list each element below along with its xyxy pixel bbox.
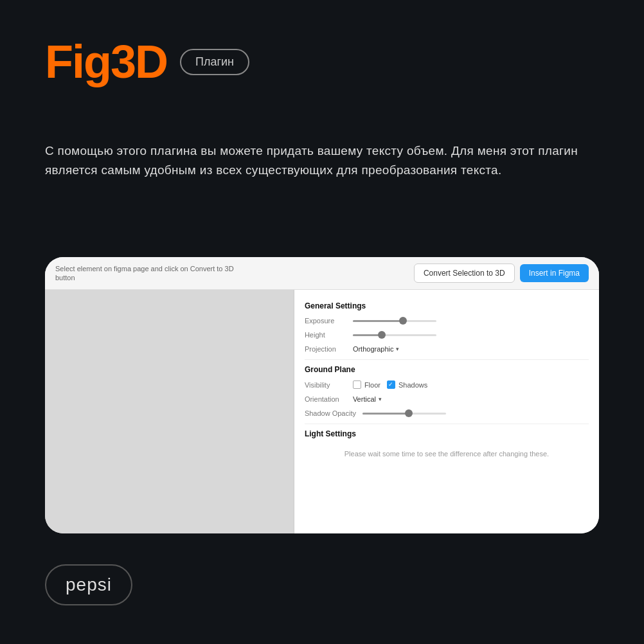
insert-figma-button[interactable]: Insert in Figma [520,264,589,282]
floor-checkbox[interactable] [353,380,361,389]
exposure-slider[interactable] [353,320,436,322]
topbar-buttons: Convert Selection to 3D Insert in Figma [414,264,589,283]
convert-selection-button[interactable]: Convert Selection to 3D [414,264,515,283]
floor-label: Floor [364,381,380,389]
pepsi-label: pepsi [66,575,112,595]
shadow-opacity-slider[interactable] [362,413,446,415]
ground-plane-title: Ground Plane [305,365,589,374]
shadows-checkbox-item[interactable]: Shadows [387,380,427,389]
topbar-instruction: Select element on figma page and click o… [55,264,248,283]
light-settings-title: Light Settings [305,429,589,438]
description-text: С помощью этого плагина вы можете придат… [45,141,599,181]
projection-label: Projection [305,345,346,353]
pepsi-badge: pepsi [45,564,132,605]
shadows-label: Shadows [398,381,427,389]
plugin-topbar: Select element on figma page and click o… [45,257,599,290]
height-label: Height [305,331,346,339]
shadow-opacity-label: Shadow Opacity [305,409,356,417]
exposure-label: Exposure [305,317,346,325]
projection-select[interactable]: Orthographic ▾ [353,345,400,353]
plugin-content: General Settings Exposure Height Proj [45,290,599,533]
plugin-badge: Плагин [180,49,249,75]
height-row: Height [305,331,589,339]
divider-1 [305,359,589,360]
plugin-card: Select element on figma page and click o… [45,257,599,533]
projection-row: Projection Orthographic ▾ [305,345,589,353]
logo: Fig3D [45,39,167,85]
divider-2 [305,424,589,424]
general-settings-title: General Settings [305,301,589,310]
header: Fig3D Плагин [45,39,249,85]
height-slider[interactable] [353,334,436,336]
visibility-row: Visibility Floor Shadows [305,380,589,389]
floor-checkbox-item[interactable]: Floor [353,380,380,389]
settings-panel: General Settings Exposure Height Proj [294,290,599,533]
projection-chevron-icon: ▾ [396,346,399,352]
shadows-checkbox[interactable] [387,380,395,389]
visibility-options: Floor Shadows [353,380,427,389]
visibility-label: Visibility [305,381,346,389]
preview-area [45,290,294,533]
orientation-label: Orientation [305,395,346,403]
shadow-opacity-row: Shadow Opacity [305,409,589,417]
exposure-row: Exposure [305,317,589,325]
orientation-chevron-icon: ▾ [379,396,382,402]
orientation-row: Orientation Vertical ▾ [305,395,589,403]
orientation-select[interactable]: Vertical ▾ [353,395,382,403]
orientation-value: Vertical [353,395,376,403]
light-notice: Please wait some time to see the differe… [305,445,589,463]
projection-value: Orthographic [353,345,394,353]
